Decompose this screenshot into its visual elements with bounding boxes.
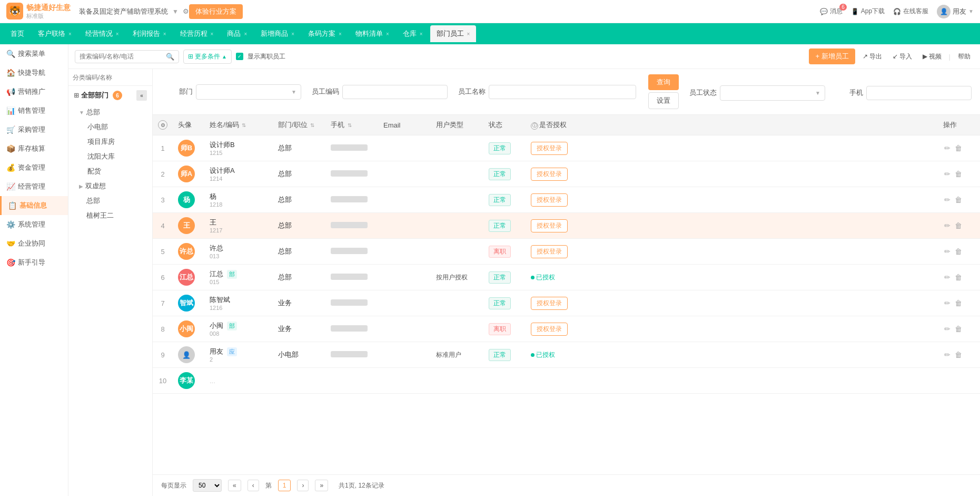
close-tab-warehouse[interactable]: × — [420, 31, 423, 37]
sidebar-item-sales[interactable]: 📊 销售管理 — [0, 101, 68, 120]
filter-dept-select[interactable]: ▼ — [196, 84, 301, 100]
col-name-code[interactable]: 姓名/编码 ⇅ — [204, 115, 273, 135]
video-button[interactable]: ▶ 视频 — [919, 50, 945, 63]
collapse-tree-button[interactable]: « — [136, 90, 147, 101]
dept-node-shenyangdacang[interactable]: 沈阳大库 — [68, 149, 152, 164]
tab-history[interactable]: 经营历程× — [174, 25, 220, 42]
auth-info-icon[interactable]: ⓘ — [531, 122, 538, 130]
show-resigned-checkbox[interactable]: ✓ 显示离职员工 — [236, 52, 285, 61]
edit-button[interactable]: ✏ — [943, 194, 952, 205]
auth-button[interactable]: 授权登录 — [531, 193, 568, 207]
tab-profit[interactable]: 利润报告× — [126, 25, 173, 42]
dept-node-shuangxuxiang[interactable]: ▶ 双虚想 — [68, 179, 152, 193]
sidebar-item-business[interactable]: 📈 经营管理 — [0, 177, 68, 196]
settings-button[interactable]: 设置 — [648, 92, 679, 109]
first-page-button[interactable]: « — [228, 480, 241, 491]
col-phone[interactable]: 手机 ⇅ — [325, 115, 378, 135]
messages-button[interactable]: 💬 消息 6 — [820, 7, 843, 16]
dept-node-projectroom[interactable]: 项目库房 — [68, 134, 152, 149]
emp-code-input[interactable] — [342, 85, 448, 99]
delete-button[interactable]: 🗑 — [954, 324, 963, 334]
delete-button[interactable]: 🗑 — [954, 298, 963, 308]
emp-name-input[interactable] — [489, 85, 636, 99]
dept-node-zhishuWang2[interactable]: 植树王二 — [68, 208, 152, 223]
sidebar-item-collab[interactable]: 🤝 企业协同 — [0, 234, 68, 253]
add-employee-button[interactable]: + 新增员工 — [809, 48, 855, 64]
sidebar-item-inventory[interactable]: 📦 库存核算 — [0, 139, 68, 158]
dept-search-input[interactable] — [73, 74, 152, 81]
online-service-button[interactable]: 🎧 在线客服 — [893, 7, 928, 16]
tab-employees[interactable]: 部门员工× — [430, 25, 477, 42]
delete-button[interactable]: 🗑 — [954, 194, 963, 205]
phone-input[interactable] — [866, 86, 972, 100]
auth-button[interactable]: 授权登录 — [531, 245, 568, 258]
close-tab-customer[interactable]: × — [68, 31, 72, 37]
trial-button[interactable]: 体验行业方案 — [189, 4, 243, 19]
auth-button[interactable]: 授权登录 — [531, 323, 568, 336]
edit-button[interactable]: ✏ — [943, 349, 952, 360]
search-input[interactable] — [80, 53, 164, 60]
app-download-button[interactable]: 📱 App下载 — [851, 7, 885, 16]
auth-button[interactable]: 授权登录 — [531, 142, 568, 155]
edit-button[interactable]: ✏ — [943, 143, 952, 153]
sidebar-item-system[interactable]: ⚙️ 系统管理 — [0, 215, 68, 234]
auth-button[interactable]: 授权登录 — [531, 168, 568, 181]
sidebar-item-quicknav[interactable]: 🏠 快捷导航 — [0, 63, 68, 82]
last-page-button[interactable]: » — [315, 480, 328, 491]
next-page-button[interactable]: › — [297, 480, 309, 491]
delete-button[interactable]: 🗑 — [954, 246, 963, 257]
close-tab-profit[interactable]: × — [163, 31, 166, 37]
import-button[interactable]: ↙ 导入 — [889, 50, 915, 63]
close-tab-material[interactable]: × — [386, 31, 389, 37]
edit-button[interactable]: ✏ — [943, 324, 952, 334]
edit-button[interactable]: ✏ — [943, 246, 952, 257]
tab-material[interactable]: 物料清单× — [349, 25, 395, 42]
sidebar-item-purchase[interactable]: 🛒 采购管理 — [0, 120, 68, 139]
delete-button[interactable]: 🗑 — [954, 143, 963, 153]
edit-button[interactable]: ✏ — [943, 220, 952, 231]
delete-button[interactable]: 🗑 — [954, 220, 963, 231]
edit-button[interactable]: ✏ — [943, 272, 952, 283]
close-tab-history[interactable]: × — [211, 31, 214, 37]
auth-button[interactable]: 授权登录 — [531, 297, 568, 310]
sidebar-item-basic[interactable]: 📋 基础信息 — [0, 196, 68, 215]
delete-button[interactable]: 🗑 — [954, 272, 963, 283]
edit-button[interactable]: ✏ — [943, 169, 952, 179]
dept-node-zongbu[interactable]: ▼ 总部 — [68, 105, 152, 120]
close-tab-goods[interactable]: × — [244, 31, 247, 37]
tab-barcode[interactable]: 条码方案× — [302, 25, 348, 42]
close-tab-employees[interactable]: × — [467, 31, 470, 37]
page-size-select[interactable]: 50 100 200 — [193, 479, 222, 492]
close-tab-new-goods[interactable]: × — [291, 31, 294, 37]
tab-warehouse[interactable]: 仓库× — [397, 25, 429, 42]
auth-button[interactable]: 授权登录 — [531, 219, 568, 232]
prev-page-button[interactable]: ‹ — [248, 480, 259, 491]
settings-icon[interactable]: ⚙ — [183, 7, 189, 15]
more-filter-button[interactable]: ⊞ 更多条件 ▲ — [183, 50, 232, 64]
filter-status-select[interactable]: ▼ — [720, 85, 825, 101]
col-dept-position[interactable]: 部门/职位 ⇅ — [273, 115, 325, 135]
table-settings-icon[interactable]: ⚙ — [158, 120, 167, 130]
tab-goods[interactable]: 商品× — [221, 25, 253, 42]
sidebar-item-search[interactable]: 🔍 搜索菜单 — [0, 44, 68, 63]
delete-button[interactable]: 🗑 — [954, 169, 963, 179]
user-area[interactable]: 👤 用友 ▼ — [937, 5, 974, 18]
delete-button[interactable]: 🗑 — [954, 349, 963, 360]
close-tab-barcode[interactable]: × — [339, 31, 342, 37]
sidebar-item-guide[interactable]: 🎯 新手引导 — [0, 253, 68, 272]
tab-customer[interactable]: 客户联络× — [32, 25, 78, 42]
dept-node-peihuo[interactable]: 配货 — [68, 164, 152, 179]
query-button[interactable]: 查询 — [648, 74, 679, 90]
dept-node-zongbu2[interactable]: 总部 — [68, 193, 152, 208]
tab-new-goods[interactable]: 新增商品× — [254, 25, 301, 42]
help-button[interactable]: 帮助 — [955, 50, 974, 63]
sidebar-item-finance[interactable]: 💰 资金管理 — [0, 158, 68, 177]
sidebar-item-marketing[interactable]: 📢 营销推广 — [0, 82, 68, 101]
col-settings[interactable]: ⚙ — [153, 115, 173, 135]
dept-node-xiaodiandept[interactable]: 小电部 — [68, 120, 152, 134]
system-dropdown-icon[interactable]: ▼ — [172, 8, 179, 15]
tab-operation[interactable]: 经营情况× — [79, 25, 125, 42]
edit-button[interactable]: ✏ — [943, 298, 952, 308]
all-dept-header[interactable]: ⊞ 全部部门 6 « — [68, 86, 152, 105]
export-button[interactable]: ↗ 导出 — [859, 50, 885, 63]
